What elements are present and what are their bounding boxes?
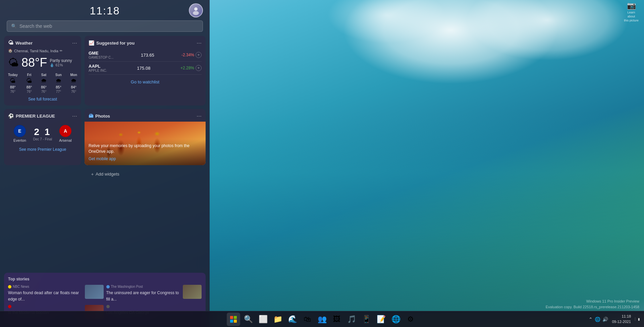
weather-title: 🌤 Weather (8, 40, 33, 46)
store-icon: 🛍 (304, 315, 311, 324)
weather-description: Partly sunny (50, 58, 72, 63)
learn-about-label: Learn about this picture (623, 11, 639, 22)
panel-header: 11:18 (0, 0, 210, 20)
teams-button[interactable]: 👥 (315, 313, 329, 326)
stock-row-aapl[interactable]: AAPL APPLE INC. 175.08 +2.28% + (89, 62, 202, 75)
stories-header: Top stories (8, 277, 202, 281)
photos-more-button[interactable]: ··· (197, 113, 202, 119)
forecast-icon-1: 🌤 (26, 77, 32, 84)
learn-about-picture-button[interactable]: 📷 Learn about this picture (623, 4, 639, 20)
forecast-sat: Sat 🌧 86° 76° (41, 73, 47, 93)
time-display: 11:18 (90, 5, 120, 17)
widget-panel: 11:18 🔍 🌤 Weather ··· (0, 0, 210, 327)
file-explorer-button[interactable]: 📁 (271, 313, 284, 326)
media-player-button[interactable]: 🎵 (345, 313, 358, 326)
story-headline-1: The uninsured are eager for Congress to … (106, 290, 179, 302)
forecast-icon-4: 🌧 (71, 77, 77, 84)
chevron-up-icon[interactable]: ⌃ (589, 317, 593, 322)
forecast-day-label-0: Today (8, 73, 18, 77)
stock-row-gme[interactable]: GME GAMESTOP C... 173.65 -2.34% + (89, 49, 202, 62)
user-avatar[interactable] (189, 3, 203, 17)
watchlist-button[interactable]: Go to watchlist (89, 77, 202, 87)
search-bar[interactable]: 🔍 (7, 20, 203, 32)
everton-info: E Everton (8, 125, 32, 142)
task-view-icon: ⬜ (259, 315, 268, 324)
forecast-high-3: 85° (56, 85, 61, 89)
pl-icon: ⚽ (8, 113, 14, 119)
weather-main-icon: 🌤 (8, 57, 19, 69)
tray-date: 09-12-2021 (612, 319, 631, 324)
tray-time: 11:18 (622, 314, 631, 319)
store-button[interactable]: 🛍 (301, 313, 314, 326)
story-thumb-1 (183, 285, 202, 299)
aapl-change: +2.28% + (180, 65, 202, 71)
photos-app-button[interactable]: 🖼 (330, 313, 343, 326)
arsenal-info: A Arsenal (54, 125, 77, 142)
island-layer (208, 113, 644, 314)
suggested-widget-header: 📈 Suggested for you ··· (89, 40, 202, 46)
story-item-0[interactable]: NBC News Woman found dead after car floa… (8, 285, 104, 302)
forecast-low-3: 77° (56, 90, 61, 93)
task-view-button[interactable]: ⬜ (256, 313, 270, 326)
story-source-2 (8, 305, 82, 308)
edge-alt-button[interactable]: 🌐 (389, 313, 402, 326)
widgets-row-1: 🌤 Weather ··· 🏠 Chennai, Tamil Nadu, Ind… (4, 36, 206, 106)
volume-icon[interactable]: 🔊 (602, 317, 608, 322)
weather-location: 🏠 Chennai, Tamil Nadu, India ✏ (8, 49, 77, 53)
media-player-icon: 🎵 (347, 315, 356, 324)
gme-info: GME GAMESTOP C... (89, 51, 114, 59)
story-headline-0: Woman found dead after car floats near e… (8, 290, 79, 302)
pl-more-button[interactable]: ··· (72, 113, 77, 119)
win-quad-4 (234, 320, 237, 323)
show-desktop-button[interactable]: ▮ (635, 317, 640, 321)
photos-get-app-button[interactable]: Get mobile app (89, 156, 202, 161)
aapl-price: 175.08 (137, 66, 151, 71)
source-name-1: The Washington Post (111, 285, 143, 288)
suggested-more-button[interactable]: ··· (197, 40, 202, 46)
eval-line2: Evaluation copy. Build 22518.rs_prerelea… (546, 304, 639, 310)
gme-add-button[interactable]: + (196, 52, 202, 58)
settings-button[interactable]: ⚙ (404, 313, 417, 326)
story-item-1[interactable]: The Washington Post The uninsured are ea… (106, 285, 202, 302)
aapl-ticker: AAPL (89, 64, 107, 69)
weather-widget: 🌤 Weather ··· 🏠 Chennai, Tamil Nadu, Ind… (4, 36, 81, 106)
weather-more-button[interactable]: ··· (72, 40, 77, 46)
story-text-1: The Washington Post The uninsured are ea… (106, 285, 180, 302)
weather-humidity: 💧 61% (50, 63, 63, 67)
aapl-change-value: +2.28% (180, 66, 194, 70)
system-clock[interactable]: 11:18 09-12-2021 (612, 314, 631, 324)
photos-overlay: Relive your memories by uploading your p… (85, 139, 206, 165)
source-dot-3 (106, 305, 110, 308)
gme-change-value: -2.34% (181, 53, 194, 57)
arsenal-crest: A (59, 125, 71, 137)
forecast-day-label-2: Sat (41, 73, 47, 77)
search-input[interactable] (19, 23, 199, 29)
photos-widget: 🏔 Photos ··· Relive your memories by upl… (85, 109, 206, 165)
see-forecast-button[interactable]: See full forecast (8, 97, 77, 102)
weather-main: 🌤 88°F Partly sunny 💧 61% (8, 56, 77, 70)
photos-header: 🏔 Photos ··· (85, 109, 206, 119)
forecast-icon-3: 🌧 (56, 77, 62, 84)
story-source-0: NBC News (8, 285, 82, 288)
gme-ticker: GME (89, 51, 114, 56)
tray-icons: ⌃ 🌐 🔊 (589, 317, 608, 322)
stocks-icon: 📈 (89, 40, 94, 46)
forecast-sun: Sun 🌧 85° 77° (55, 73, 62, 93)
edge-button[interactable]: 🌊 (286, 313, 299, 326)
win-quad-1 (230, 316, 233, 319)
match-container: E Everton 2 1 Dec 7 - Final A Arsenal (8, 122, 77, 146)
notepad-button[interactable]: 📝 (374, 313, 388, 326)
start-button[interactable] (227, 313, 240, 326)
taskbar-search-button[interactable]: 🔍 (241, 313, 255, 326)
weather-desc: Partly sunny 💧 61% (50, 58, 72, 67)
match-score: 2 1 (34, 127, 51, 137)
weather-forecast: Today 🌤 88° 76° Fri 🌤 88° 76° Sat 🌧 (8, 73, 77, 93)
aapl-add-button[interactable]: + (196, 65, 202, 71)
phone-link-button[interactable]: 📱 (360, 313, 373, 326)
forecast-low-1: 76° (27, 90, 32, 93)
forecast-low-0: 76° (10, 90, 15, 93)
see-more-pl-button[interactable]: See more Premier League (8, 147, 77, 152)
add-widgets-button[interactable]: ＋ Add widgets (4, 169, 206, 180)
edit-icon[interactable]: ✏ (60, 49, 62, 53)
network-icon[interactable]: 🌐 (595, 317, 600, 322)
